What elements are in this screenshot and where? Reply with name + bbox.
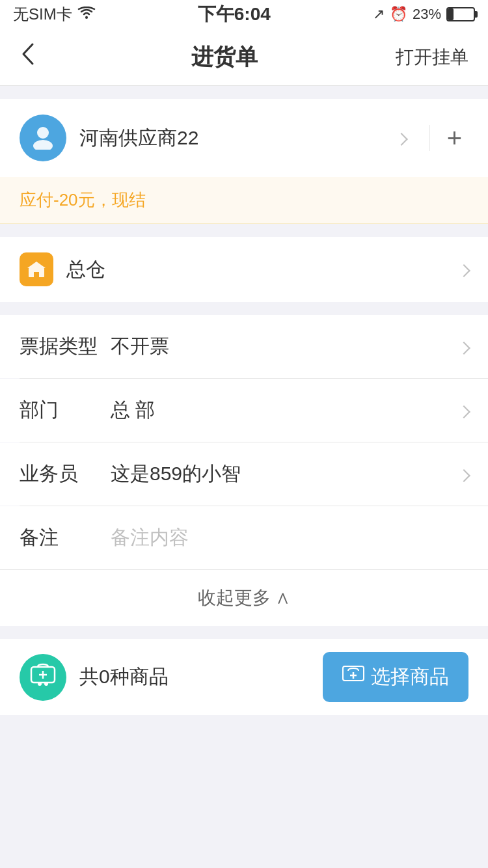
carrier-text: 无SIM卡 [13,4,72,25]
collapse-text: 收起更多 ∧ [198,586,291,610]
ticket-type-label: 票据类型 [20,333,104,360]
ticket-type-value: 不开票 [111,333,459,360]
salesperson-chevron [459,464,468,485]
salesperson-row[interactable]: 业务员 这是859的小智 [0,442,488,506]
warehouse-name: 总仓 [66,256,453,283]
warehouse-row[interactable]: 总仓 [0,237,488,302]
open-pending-button[interactable]: 打开挂单 [390,45,468,70]
department-label: 部门 [20,397,104,424]
svg-marker-4 [27,262,46,268]
avatar-icon [29,122,57,154]
supplier-row[interactable]: 河南供应商22 + [0,99,488,177]
supplier-name: 河南供应商22 [79,125,397,152]
page-title: 进货单 [59,42,390,72]
section-gap-2 [0,224,488,237]
product-icon-wrap [20,654,66,701]
wifi-icon [77,5,96,23]
department-chevron [459,400,468,421]
section-gap-1 [0,86,488,99]
cart-icon [30,663,56,692]
salesperson-label: 业务员 [20,461,104,487]
section-gap-4 [0,626,488,639]
ticket-type-chevron [459,336,468,357]
remark-input[interactable]: 备注内容 [111,524,468,551]
nav-bar: 进货单 打开挂单 [0,29,488,86]
status-right: ↗ ⏰ 23% [373,6,475,23]
status-bar: 无SIM卡 下午6:04 ↗ ⏰ 23% [0,0,488,29]
notice-bar: 应付-20元，现结 [0,177,488,224]
select-product-label: 选择商品 [371,664,449,690]
remark-row[interactable]: 备注 备注内容 [0,506,488,569]
svg-rect-5 [34,272,39,277]
supplier-chevron [397,128,406,148]
select-product-button[interactable]: 选择商品 [323,652,468,702]
remark-label: 备注 [20,524,104,551]
svg-point-0 [85,16,88,19]
supplier-avatar [20,115,66,161]
select-product-icon [342,666,364,688]
gray-fill-area [0,715,488,868]
svg-point-2 [33,140,53,150]
alarm-icon: ⏰ [390,6,407,23]
warehouse-icon [20,252,53,286]
add-supplier-button[interactable]: + [441,124,468,153]
section-gap-3 [0,302,488,315]
salesperson-value: 这是859的小智 [111,461,459,487]
battery-percent: 23% [413,6,441,23]
battery-icon [446,7,475,21]
supplier-divider [429,125,430,151]
status-left: 无SIM卡 [13,4,96,25]
svg-point-8 [44,682,48,686]
warehouse-chevron [459,259,468,280]
product-count: 共0种商品 [79,664,323,690]
svg-point-1 [37,127,49,139]
svg-point-7 [38,682,42,686]
ticket-type-row[interactable]: 票据类型 不开票 [0,315,488,378]
department-value: 总 部 [111,397,459,424]
collapse-row[interactable]: 收起更多 ∧ [0,569,488,626]
bottom-bar: 共0种商品 选择商品 [0,639,488,715]
status-time: 下午6:04 [198,2,271,27]
department-row[interactable]: 部门 总 部 [0,379,488,442]
location-icon: ↗ [373,6,385,23]
back-button[interactable] [20,42,59,72]
